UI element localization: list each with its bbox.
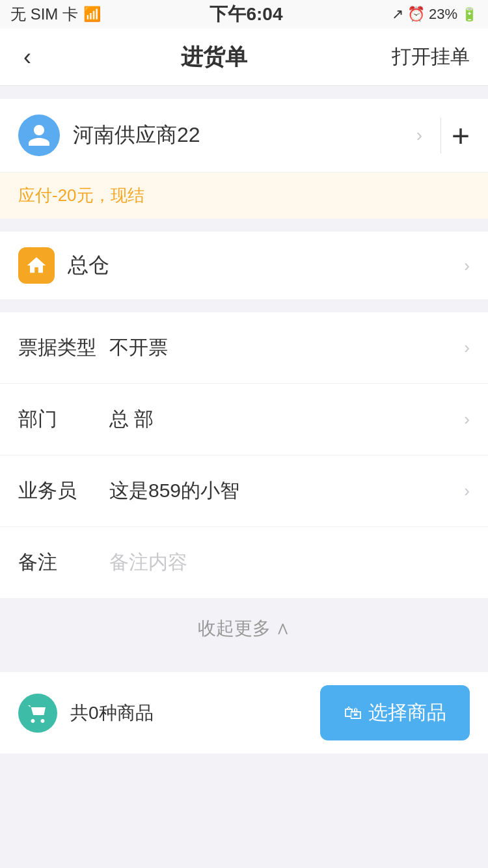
notice-bar: 应付-20元，现结	[0, 172, 488, 219]
product-count-text: 共0种商品	[70, 701, 307, 726]
dept-row[interactable]: 部门 总 部 ›	[0, 384, 488, 455]
open-pending-button[interactable]: 打开挂单	[392, 44, 470, 70]
warehouse-chevron-icon: ›	[464, 256, 470, 276]
sales-chevron-icon: ›	[464, 481, 470, 501]
select-product-label: 选择商品	[368, 699, 446, 726]
dept-chevron-icon: ›	[464, 409, 470, 429]
invoice-row[interactable]: 票据类型 不开票 ›	[0, 312, 488, 384]
dept-label: 部门	[18, 406, 109, 433]
location-icon: ↗	[392, 6, 403, 23]
product-count-icon	[18, 694, 57, 733]
form-card: 票据类型 不开票 › 部门 总 部 › 业务员 这是859的小智 › 备注 备注…	[0, 312, 488, 598]
supplier-card: 河南供应商22 › + 应付-20元，现结	[0, 99, 488, 219]
bottom-gray-area	[0, 753, 488, 868]
dept-value: 总 部	[109, 406, 464, 433]
remark-input[interactable]: 备注内容	[109, 549, 470, 576]
invoice-value: 不开票	[109, 334, 464, 361]
warehouse-home-icon	[25, 254, 47, 277]
add-supplier-button[interactable]: +	[441, 118, 470, 154]
no-sim-text: 无 SIM 卡	[10, 4, 78, 25]
battery-text: 23%	[429, 6, 457, 23]
status-bar: 无 SIM 卡 📶 下午6:04 ↗ ⏰ 23% 🔋	[0, 0, 488, 29]
warehouse-row[interactable]: 总仓 ›	[0, 232, 488, 299]
select-product-button[interactable]: 🛍 选择商品	[320, 685, 470, 740]
warehouse-name: 总仓	[68, 251, 464, 280]
select-product-icon: 🛍	[344, 702, 362, 724]
gap-3	[0, 299, 488, 312]
remark-row[interactable]: 备注 备注内容	[0, 527, 488, 598]
invoice-chevron-icon: ›	[464, 338, 470, 358]
sales-value: 这是859的小智	[109, 478, 464, 504]
supplier-row[interactable]: 河南供应商22 › +	[0, 99, 488, 172]
warehouse-icon	[18, 247, 55, 284]
collapse-bar[interactable]: 收起更多 ∧	[0, 598, 488, 659]
battery-icon: 🔋	[461, 7, 478, 22]
gap-2	[0, 219, 488, 232]
page-title: 进货单	[181, 42, 247, 72]
status-right: ↗ ⏰ 23% 🔋	[392, 6, 478, 23]
wifi-icon: 📶	[83, 6, 101, 23]
nav-bar: ‹ 进货单 打开挂单	[0, 29, 488, 86]
gap-4	[0, 659, 488, 672]
supplier-chevron-icon: ›	[416, 125, 422, 146]
bottom-bar: 共0种商品 🛍 选择商品	[0, 672, 488, 753]
sales-row[interactable]: 业务员 这是859的小智 ›	[0, 455, 488, 527]
invoice-label: 票据类型	[18, 334, 109, 361]
status-time: 下午6:04	[210, 2, 282, 27]
person-icon	[26, 122, 52, 148]
gap-1	[0, 86, 488, 99]
back-button[interactable]: ‹	[18, 38, 36, 76]
alarm-icon: ⏰	[407, 6, 425, 23]
supplier-name: 河南供应商22	[73, 121, 416, 150]
supplier-avatar	[18, 115, 60, 156]
cart-icon	[26, 701, 49, 725]
sales-label: 业务员	[18, 478, 109, 504]
status-left: 无 SIM 卡 📶	[10, 4, 101, 25]
remark-label: 备注	[18, 549, 109, 576]
